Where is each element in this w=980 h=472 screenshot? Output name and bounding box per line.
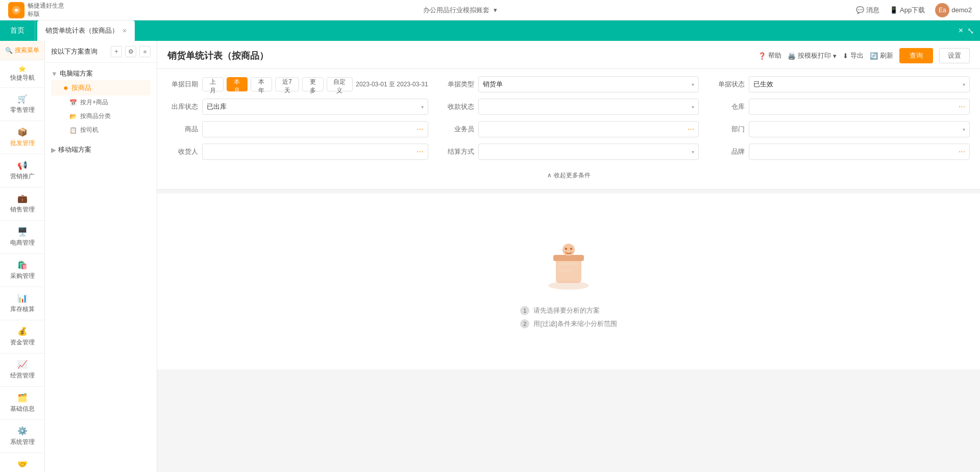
date-group: 上月 本月 本年 近7天 更多 自定义 2023-03-01 至 2023-03… xyxy=(202,77,428,91)
left-panel-title: 按以下方案查询 xyxy=(51,47,97,56)
date-btn-this-year[interactable]: 本年 xyxy=(251,77,272,91)
plan-item-by-goods-cat[interactable]: 📂 按商品分类 xyxy=(51,109,151,123)
sidebar-item-retail[interactable]: 🛒 零售管理 xyxy=(0,88,44,121)
filter-settle: 结算方式 ▾ xyxy=(438,144,699,160)
bill-status-select[interactable]: 已生效 ▾ xyxy=(749,76,970,92)
svg-point-6 xyxy=(562,244,575,256)
plan-item-by-goods[interactable]: ● 按商品 xyxy=(51,80,151,96)
add-plan-button[interactable]: + xyxy=(111,46,122,57)
brand-select[interactable]: ··· xyxy=(749,144,970,160)
bill-type-select[interactable]: 销货单 ▾ xyxy=(478,76,699,92)
tip-text-2: 用[过滤]条件来缩小分析范围 xyxy=(533,319,617,328)
logo-icon xyxy=(8,2,24,18)
collapse-panel-button[interactable]: « xyxy=(139,46,151,57)
warehouse-label: 仓库 xyxy=(709,102,745,111)
account-name[interactable]: 办公用品行业模拟账套 xyxy=(423,6,489,15)
content-area: 按以下方案查询 + ⚙ « ▼ 电脑端方案 ● 按商品 📅 按 xyxy=(45,41,980,472)
receiver-select[interactable]: ··· xyxy=(202,144,428,160)
topbar: 畅捷通好生意 标版 办公用品行业模拟账套 ▾ 💬 消息 📱 App下载 Ea d… xyxy=(0,0,980,20)
brand-dots-icon[interactable]: ··· xyxy=(959,147,965,156)
date-btn-more[interactable]: 更多 xyxy=(302,77,324,91)
dept-select[interactable]: ▾ xyxy=(749,121,970,137)
sales-icon: 💼 xyxy=(17,194,28,203)
salesperson-dots-icon[interactable]: ··· xyxy=(688,125,694,134)
page-header: 销货单统计表（按商品） ❓ 帮助 🖨️ 按模板打印 ▾ ⬇ 导出 xyxy=(157,41,980,69)
plan-item-by-month-goods[interactable]: 📅 按月+商品 xyxy=(51,96,151,109)
sidebar-item-marketing[interactable]: 📢 营销推广 xyxy=(0,154,44,187)
filter-bill-status: 单据状态 已生效 ▾ xyxy=(709,76,970,92)
date-btn-custom[interactable]: 自定义 xyxy=(327,77,353,91)
goods-select[interactable]: ··· xyxy=(202,121,428,137)
topbar-center[interactable]: 办公用品行业模拟账套 ▾ xyxy=(423,6,497,15)
tab-close-icon[interactable]: × xyxy=(122,27,127,35)
plan-settings-button[interactable]: ⚙ xyxy=(125,46,136,57)
collect-status-label: 收款状态 xyxy=(438,102,474,111)
export-action[interactable]: ⬇ 导出 xyxy=(843,51,864,60)
sidebar-item-sales[interactable]: 💼 销售管理 xyxy=(0,187,44,221)
mobile-group-label: 移动端方案 xyxy=(58,145,91,154)
receiver-dots-icon[interactable]: ··· xyxy=(416,147,423,156)
warehouse-select[interactable]: ··· xyxy=(749,99,970,115)
plan-group-arrow-icon: ▼ xyxy=(51,70,58,78)
mobile-group-arrow-icon: ▶ xyxy=(51,146,56,154)
sidebar-item-purchase[interactable]: 🛍️ 采购管理 xyxy=(0,254,44,287)
help-action[interactable]: ❓ 帮助 xyxy=(758,51,781,60)
refresh-action[interactable]: 🔄 刷新 xyxy=(870,51,893,60)
plan-group-pc: ▼ 电脑端方案 ● 按商品 📅 按月+商品 📂 按商品分类 📋 按司机 xyxy=(45,63,157,141)
basic-icon: 🗂️ xyxy=(17,393,28,403)
bill-type-value: 销货单 xyxy=(483,80,503,89)
page-actions: ❓ 帮助 🖨️ 按模板打印 ▾ ⬇ 导出 🔄 刷新 xyxy=(758,48,970,63)
print-action[interactable]: 🖨️ 按模板打印 ▾ xyxy=(788,51,837,60)
query-button[interactable]: 查询 xyxy=(899,48,933,63)
out-status-select[interactable]: 已出库 ▾ xyxy=(202,99,428,115)
sidebar-item-enterprise[interactable]: 🤝 企业协同 xyxy=(0,453,44,472)
plan-item-by-cashier[interactable]: 📋 按司机 xyxy=(51,123,151,137)
collect-status-select[interactable]: ▾ xyxy=(478,99,699,115)
purchase-icon: 🛍️ xyxy=(17,260,28,270)
plan-group-pc-header[interactable]: ▼ 电脑端方案 xyxy=(51,67,151,80)
sidebar-item-wholesale[interactable]: 📦 批发管理 xyxy=(0,121,44,154)
filter-row-4: 收货人 ··· 结算方式 ▾ xyxy=(167,144,970,160)
tab-minimize-button[interactable]: × xyxy=(959,26,963,35)
quick-nav-icon: ⭐ xyxy=(18,65,26,73)
retail-icon: 🛒 xyxy=(17,94,28,104)
left-panel-header: 按以下方案查询 + ⚙ « xyxy=(45,41,157,63)
user-nav[interactable]: Ea demo2 xyxy=(935,3,972,17)
tab-home[interactable]: 首页 xyxy=(0,20,35,41)
account-arrow[interactable]: ▾ xyxy=(494,6,497,14)
date-btn-this-month[interactable]: 本月 xyxy=(227,77,248,91)
salesperson-select[interactable]: ··· xyxy=(478,121,699,137)
sidebar-item-basic[interactable]: 🗂️ 基础信息 xyxy=(0,387,44,420)
logo-area: 畅捷通好生意 标版 xyxy=(8,2,64,18)
filter-salesperson: 业务员 ··· xyxy=(438,121,699,137)
filter-brand: 品牌 ··· xyxy=(709,144,970,160)
settle-label: 结算方式 xyxy=(438,147,474,156)
sidebar-search[interactable]: 🔍 搜索菜单 xyxy=(0,41,44,60)
tab-maximize-button[interactable]: ⤡ xyxy=(967,26,974,36)
goods-label: 商品 xyxy=(167,125,198,134)
warehouse-dots-icon[interactable]: ··· xyxy=(959,102,965,111)
date-btn-7days[interactable]: 近7天 xyxy=(275,77,299,91)
plan-group-mobile-header[interactable]: ▶ 移动端方案 xyxy=(51,143,151,156)
collapse-button[interactable]: ∧ 收起更多条件 xyxy=(547,171,591,180)
settings-button[interactable]: 设置 xyxy=(939,48,970,63)
sidebar-quick-nav[interactable]: ⭐ 快捷导航 xyxy=(0,60,44,88)
sidebar-item-inventory[interactable]: 📊 库存核算 xyxy=(0,287,44,320)
avatar[interactable]: Ea xyxy=(935,3,949,17)
sidebar-item-system[interactable]: ⚙️ 系统管理 xyxy=(0,420,44,453)
app-download-nav[interactable]: 📱 App下载 xyxy=(890,6,925,15)
date-btn-last-month[interactable]: 上月 xyxy=(202,77,224,91)
topbar-right: 💬 消息 📱 App下载 Ea demo2 xyxy=(856,3,972,17)
sidebar-search-label[interactable]: 🔍 搜索菜单 xyxy=(4,46,40,55)
sidebar-item-ecommerce[interactable]: 🖥️ 电商管理 xyxy=(0,221,44,254)
tab-active[interactable]: 销货单统计表（按商品） × xyxy=(37,20,135,41)
settle-select[interactable]: ▾ xyxy=(478,144,699,160)
filter-goods: 商品 ··· xyxy=(167,121,428,137)
tip-num-1: 1 xyxy=(520,306,529,315)
bill-status-value: 已生效 xyxy=(753,80,773,89)
sidebar-item-operations[interactable]: 📈 经营管理 xyxy=(0,353,44,387)
left-panel: 按以下方案查询 + ⚙ « ▼ 电脑端方案 ● 按商品 📅 按 xyxy=(45,41,157,472)
goods-dots-icon[interactable]: ··· xyxy=(416,125,423,134)
message-nav[interactable]: 💬 消息 xyxy=(856,6,879,15)
sidebar-item-finance[interactable]: 💰 资金管理 xyxy=(0,320,44,353)
